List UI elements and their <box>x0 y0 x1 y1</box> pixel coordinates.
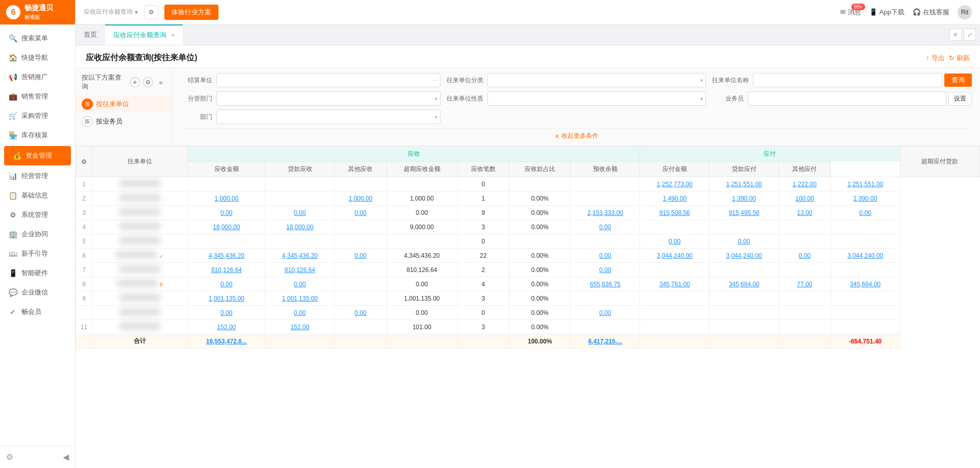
sidebar-item-enterprise[interactable]: 🏢 企业协同 <box>0 225 75 244</box>
salesperson-ellipsis-icon: ··· <box>964 95 969 102</box>
cell-link[interactable]: 0.00 <box>355 309 366 316</box>
sidebar-item-vip[interactable]: ✓ 畅会员 <box>0 302 75 322</box>
cell-link[interactable]: 100.00 <box>795 195 814 202</box>
cell-link[interactable]: 1,001,135.00 <box>282 295 317 302</box>
cell-link[interactable]: 1,252,773.00 <box>657 181 693 188</box>
scheme-item-by-partner[interactable]: 按 按往来单位 <box>76 95 172 113</box>
sidebar-settings-btn[interactable]: ⚙ <box>6 452 13 462</box>
sidebar-item-operations[interactable]: 📊 经营管理 <box>0 166 75 186</box>
salesperson-input[interactable] <box>748 91 946 106</box>
sidebar-item-sales[interactable]: 💼 销售管理 <box>0 87 75 106</box>
cell-link[interactable]: 0.00 <box>599 266 611 274</box>
cell-link[interactable]: 18,000.00 <box>286 224 313 231</box>
cell-link[interactable]: 655,636.75 <box>590 281 621 288</box>
partner-cell <box>92 291 188 306</box>
cell-link[interactable]: 1,390.00 <box>732 195 756 202</box>
topbar-gear-btn[interactable]: ⚙ <box>144 5 158 19</box>
cell-link[interactable]: 3,044,240.00 <box>847 252 883 259</box>
cell-link[interactable]: 0.00 <box>799 252 811 259</box>
cell-link[interactable]: 915,508.56 <box>659 209 690 216</box>
cell-link[interactable]: 345,684.00 <box>729 281 760 288</box>
cell-link[interactable]: 1,222.00 <box>793 181 817 188</box>
cell-link[interactable]: 2,153,333.00 <box>587 209 623 216</box>
cell-link[interactable]: 0.00 <box>294 209 306 216</box>
tab-home[interactable]: 首页 <box>76 25 105 44</box>
app-download-btn[interactable]: 📱 App下载 <box>869 8 904 17</box>
partner-name-input[interactable] <box>753 73 942 87</box>
cell-link[interactable]: 810,126.64 <box>284 266 315 274</box>
sidebar-item-system[interactable]: ⚙ 系统管理 <box>0 205 75 225</box>
cell-link[interactable]: 0.00 <box>294 309 306 316</box>
cell-link[interactable]: 152.00 <box>217 324 236 331</box>
cell-link[interactable]: 0.00 <box>220 209 232 216</box>
trial-button[interactable]: 体验行业方案 <box>164 5 218 20</box>
sidebar-collapse-btn[interactable]: ◀ <box>63 452 69 462</box>
cell-link[interactable]: 0.00 <box>220 309 232 316</box>
sidebar-item-guide[interactable]: 📖 新手引导 <box>0 244 75 263</box>
cell-link[interactable]: 810,126.64 <box>211 266 242 274</box>
department-input[interactable] <box>216 110 440 124</box>
cell-link[interactable]: 0.00 <box>860 209 871 216</box>
partner-nature-input[interactable] <box>487 91 706 106</box>
query-button[interactable]: 查询 <box>944 73 972 87</box>
table-row: 30.000.000.000.0090.00%2,153,333.00915,5… <box>76 206 980 220</box>
cell-link[interactable]: 0.00 <box>669 238 680 245</box>
division-input[interactable] <box>216 91 440 106</box>
scheme-collapse-btn[interactable]: « <box>156 77 166 87</box>
scheme-item-by-salesperson[interactable]: 按 按业务员 <box>76 113 172 130</box>
table-row: 6✓4,345,436.204,345,436.200.004,345,436.… <box>76 249 980 263</box>
tab-receivable-query[interactable]: 应收应付余额查询 × <box>105 24 183 45</box>
cell-link[interactable]: 0.00 <box>599 309 611 316</box>
cell-link[interactable]: 345,684.00 <box>850 281 880 288</box>
cell-link[interactable]: 1,000.00 <box>214 195 238 202</box>
cell-link[interactable]: 1,000.00 <box>349 195 373 202</box>
sidebar-item-marketing[interactable]: 📢 营销推广 <box>0 67 75 87</box>
scheme-settings-btn[interactable]: ⚙ <box>143 77 153 87</box>
cell-link[interactable]: 0.00 <box>220 281 232 288</box>
department-arrow: ▾ <box>435 114 437 120</box>
cell-link[interactable]: 152.00 <box>290 324 309 331</box>
cell-link[interactable]: 0.00 <box>599 252 611 259</box>
sidebar-label-operations: 经营管理 <box>21 171 48 181</box>
cell-link[interactable]: 4,345,436.20 <box>282 252 317 259</box>
export-btn[interactable]: ↑ 导出 <box>926 54 945 63</box>
table-settings-icon[interactable]: ⚙ <box>81 158 87 165</box>
cell-link[interactable]: 77.00 <box>797 281 812 288</box>
cell-link[interactable]: 1,001,135.00 <box>209 295 244 302</box>
cell-link[interactable]: 1,251,551.00 <box>847 181 883 188</box>
sidebar-item-basic-info[interactable]: 📋 基础信息 <box>0 186 75 205</box>
tab-close-icon[interactable]: × <box>172 32 175 38</box>
user-avatar[interactable]: Rit <box>958 5 972 19</box>
cell-link[interactable]: 0.00 <box>355 252 366 259</box>
tab-fullscreen-btn[interactable]: ⤢ <box>964 29 976 41</box>
tab-close-window-btn[interactable]: ✕ <box>949 29 962 41</box>
sidebar-item-wechat[interactable]: 💬 企业微信 <box>0 283 75 302</box>
cell-link[interactable]: 0.00 <box>738 238 750 245</box>
sidebar-item-quick-nav[interactable]: 🏠 快捷导航 <box>0 48 75 67</box>
cell-link[interactable]: 0.00 <box>294 281 306 288</box>
scheme-add-btn[interactable]: + <box>130 77 140 87</box>
sidebar-item-purchase[interactable]: 🛒 采购管理 <box>0 106 75 126</box>
cell-link[interactable]: 4,345,436.20 <box>209 252 244 259</box>
cell-link[interactable]: 18,000.00 <box>213 224 240 231</box>
sidebar-item-finance[interactable]: 💰 资金管理 <box>4 146 71 165</box>
cell-link[interactable]: 915,495.56 <box>729 209 760 216</box>
cell-link[interactable]: 0.00 <box>599 224 611 231</box>
cell-link[interactable]: 1,251,551.00 <box>726 181 762 188</box>
partner-category-input[interactable] <box>487 73 706 87</box>
cell-link[interactable]: 3,044,240.00 <box>726 252 762 259</box>
settlement-input[interactable] <box>216 73 440 87</box>
cell-link[interactable]: 1,390.00 <box>853 195 877 202</box>
sidebar-item-inventory[interactable]: 🏪 库存核算 <box>0 126 75 145</box>
cell-link[interactable]: 0.00 <box>355 209 366 216</box>
cell-link[interactable]: 3,044,240.00 <box>657 252 693 259</box>
sidebar-item-smart-hw[interactable]: 📱 智能硬件 <box>0 263 75 283</box>
messages-btn[interactable]: ✉ 消息 99+ <box>840 8 861 17</box>
filter-collapse-btn[interactable]: ∧ 收起更多条件 <box>181 128 972 140</box>
cell-link[interactable]: 13.00 <box>797 209 812 216</box>
online-service-btn[interactable]: 🎧 在线客服 <box>913 8 949 17</box>
sidebar-item-search-menu[interactable]: 🔍 搜索菜单 <box>0 29 75 48</box>
cell-link[interactable]: 1,490.00 <box>663 195 687 202</box>
refresh-btn[interactable]: ↻ 刷新 <box>949 54 970 63</box>
cell-link[interactable]: 345,761.00 <box>659 281 690 288</box>
